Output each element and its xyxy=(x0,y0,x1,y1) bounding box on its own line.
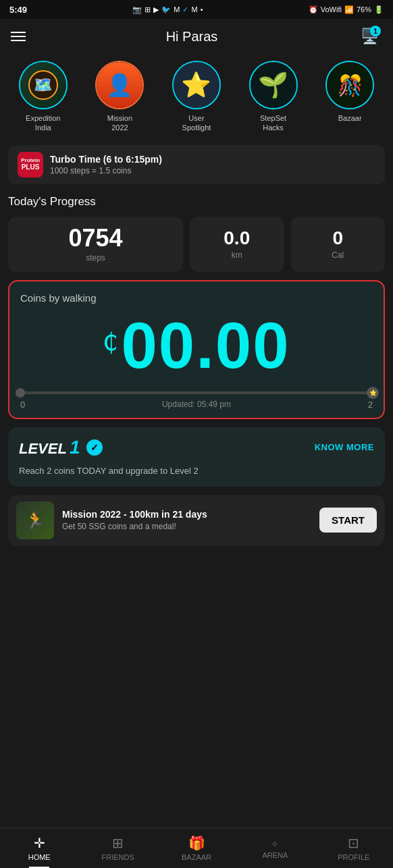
status-bar: 5:49 📷 ⊞ ▶ 🐦 M ✓ M • ⏰ VoWifi 📶 76% 🔋 xyxy=(0,0,393,19)
level-left: LEVEL 1 ✓ xyxy=(19,437,103,458)
story-bazaar[interactable]: 🎊 Bazaar xyxy=(315,61,385,123)
battery-icon: 🔋 xyxy=(374,5,384,14)
stories-row: 🗺️ ExpeditionIndia 👤 Mission2022 ⭐ UserS… xyxy=(8,61,385,133)
story-mission-2022[interactable]: 👤 Mission2022 xyxy=(85,61,155,133)
turbo-text: Turbo Time (6 to 6:15pm) 1000 steps = 1.… xyxy=(50,154,162,175)
slider-thumb-left xyxy=(16,388,25,398)
nav-arena-label: ARENA xyxy=(262,851,288,859)
coins-section: Coins by walking ₵ 00.00 ⭐ 0 Updated: 05… xyxy=(8,280,385,419)
status-icons: 📷 ⊞ ▶ 🐦 M ✓ M • xyxy=(132,5,203,14)
nav-home[interactable]: ✛ HOME xyxy=(0,828,78,868)
turbo-banner[interactable]: Protein PLUS Turbo Time (6 to 6:15pm) 10… xyxy=(8,145,385,184)
mission-banner[interactable]: 🏃 Mission 2022 - 100km in 21 days Get 50… xyxy=(8,495,385,546)
mission-title: Mission 2022 - 100km in 21 days xyxy=(62,509,311,520)
bottom-nav: ✛ HOME ⊞ FRIENDS 🎁 BAZAAR ⬦ ARENA ⊡ PROF… xyxy=(0,828,393,868)
arena-icon: ⬦ xyxy=(271,837,278,849)
nav-bazaar-label: BAZAAR xyxy=(182,853,211,861)
story-stepset-hacks[interactable]: 🌱 StepSetHacks xyxy=(238,61,309,133)
coins-labels: 0 Updated: 05:49 pm 2 xyxy=(20,400,373,410)
coins-symbol: ₵ xyxy=(103,328,118,356)
hamburger-menu[interactable] xyxy=(11,32,26,41)
header: Hi Paras 🖥️ 1 xyxy=(0,19,393,54)
status-time: 5:49 xyxy=(9,5,27,15)
level-number: 1 xyxy=(70,437,80,458)
coins-slider[interactable]: ⭐ xyxy=(20,391,373,394)
gmail-icon: M xyxy=(191,5,197,13)
mission-subtitle: Get 50 SSG coins and a medal! xyxy=(62,522,311,531)
turbo-logo: Protein PLUS xyxy=(18,152,43,178)
nav-arena[interactable]: ⬦ ARENA xyxy=(236,828,314,868)
story-label-stepset: StepSetHacks xyxy=(260,113,286,133)
wifi-icon: VoWifi xyxy=(321,5,342,13)
nav-profile-label: PROFILE xyxy=(338,853,369,861)
story-expedition-india[interactable]: 🗺️ ExpeditionIndia xyxy=(8,61,78,133)
level-section: LEVEL 1 ✓ KNOW MORE Reach 2 coins TODAY … xyxy=(8,427,385,487)
mission-thumbnail: 🏃 xyxy=(16,501,54,539)
coins-heading: Coins by walking xyxy=(20,292,373,304)
coins-label-max: 2 xyxy=(368,400,373,410)
progress-section: Today's Progress 0754 steps 0.0 km 0 Cal xyxy=(0,192,393,280)
slider-thumb-right: ⭐ xyxy=(367,387,379,399)
level-badge-text: LEVEL 1 xyxy=(19,437,80,458)
nav-home-label: HOME xyxy=(28,853,51,861)
profile-icon: ⊡ xyxy=(348,835,359,851)
turbo-subtitle: 1000 steps = 1.5 coins xyxy=(50,166,162,175)
km-label: km xyxy=(232,250,242,260)
status-right: ⏰ VoWifi 📶 76% 🔋 xyxy=(309,5,384,14)
cal-label: Cal xyxy=(332,250,344,260)
steps-value: 0754 xyxy=(68,226,122,250)
youtube-icon: ▶ xyxy=(153,5,159,14)
nav-friends[interactable]: ⊞ FRIENDS xyxy=(78,828,157,868)
level-header: LEVEL 1 ✓ KNOW MORE xyxy=(19,437,374,458)
turbo-title: Turbo Time (6 to 6:15pm) xyxy=(50,154,162,165)
start-button[interactable]: START xyxy=(319,508,377,533)
coins-label-min: 0 xyxy=(20,400,25,410)
steps-label: steps xyxy=(86,253,105,263)
coins-value: 00.00 xyxy=(121,313,290,378)
story-circle-stepset: 🌱 xyxy=(249,61,298,109)
notification-badge: 1 xyxy=(370,26,381,36)
twitter-icon: 🐦 xyxy=(161,5,171,14)
nav-bazaar[interactable]: 🎁 BAZAAR xyxy=(157,828,236,868)
grid-icon: ⊞ xyxy=(145,5,151,14)
friends-icon: ⊞ xyxy=(112,835,124,851)
dot-icon: • xyxy=(201,5,203,13)
level-checkmark: ✓ xyxy=(86,439,103,456)
stories-section: 🗺️ ExpeditionIndia 👤 Mission2022 ⭐ UserS… xyxy=(0,54,393,142)
mission-text: Mission 2022 - 100km in 21 days Get 50 S… xyxy=(62,509,311,531)
story-user-spotlight[interactable]: ⭐ UserSpotlight xyxy=(161,61,232,133)
coins-display: ₵ 00.00 xyxy=(20,313,373,378)
progress-card-km: 0.0 km xyxy=(190,217,284,272)
nav-profile[interactable]: ⊡ PROFILE xyxy=(315,828,393,868)
level-label: LEVEL xyxy=(19,440,67,458)
progress-heading: Today's Progress xyxy=(8,195,385,209)
notification-button[interactable]: 🖥️ 1 xyxy=(358,24,382,49)
battery-text: 76% xyxy=(357,5,371,13)
alarm-icon: ⏰ xyxy=(309,5,318,14)
instagram-icon: 📷 xyxy=(132,5,142,14)
story-label-expedition: ExpeditionIndia xyxy=(26,113,60,133)
story-label-spotlight: UserSpotlight xyxy=(182,113,211,133)
progress-card-cal: 0 Cal xyxy=(291,217,386,272)
coins-updated: Updated: 05:49 pm xyxy=(162,400,231,409)
story-circle-bazaar: 🎊 xyxy=(325,61,374,109)
level-description: Reach 2 coins TODAY and upgrade to Level… xyxy=(19,465,374,477)
cal-value: 0 xyxy=(332,229,343,248)
header-title: Hi Paras xyxy=(166,29,218,45)
signal-icon: 📶 xyxy=(344,5,354,14)
app-icon: M xyxy=(174,5,180,13)
coins-track: ⭐ xyxy=(20,391,373,394)
story-circle-mission: 👤 xyxy=(95,61,144,109)
bazaar-nav-icon: 🎁 xyxy=(188,835,205,851)
km-value: 0.0 xyxy=(224,229,250,248)
progress-card-steps: 0754 steps xyxy=(8,217,183,272)
nav-friends-label: FRIENDS xyxy=(101,853,134,861)
story-label-mission: Mission2022 xyxy=(107,113,132,133)
story-circle-spotlight: ⭐ xyxy=(172,61,221,109)
home-icon: ✛ xyxy=(34,835,45,851)
mint-icon: ✓ xyxy=(182,5,188,14)
progress-cards: 0754 steps 0.0 km 0 Cal xyxy=(8,217,385,272)
story-label-bazaar: Bazaar xyxy=(338,113,362,123)
story-circle-expedition: 🗺️ xyxy=(19,61,68,109)
know-more-button[interactable]: KNOW MORE xyxy=(315,442,374,452)
